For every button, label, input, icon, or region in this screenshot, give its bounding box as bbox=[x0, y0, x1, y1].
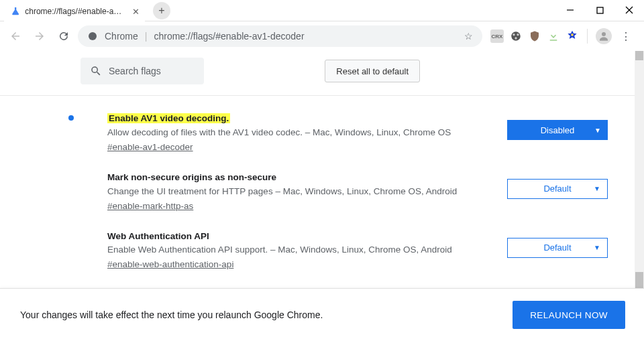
svg-point-8 bbox=[515, 37, 517, 39]
flag-description: Enable Web Authentication API support. –… bbox=[107, 245, 452, 255]
search-flags-input[interactable]: Search flags bbox=[80, 58, 204, 84]
close-window-button[interactable] bbox=[614, 0, 644, 20]
forward-button[interactable] bbox=[30, 26, 50, 46]
globe-icon bbox=[87, 31, 98, 42]
window-controls bbox=[555, 0, 644, 20]
badge-extension-icon[interactable] bbox=[566, 29, 579, 43]
chevron-down-icon: ▼ bbox=[594, 185, 600, 192]
new-tab-button[interactable]: + bbox=[153, 2, 170, 19]
profile-avatar[interactable] bbox=[596, 28, 612, 44]
bookmark-star-icon[interactable]: ☆ bbox=[464, 31, 473, 42]
flag-description: Change the UI treatment for HTTP pages –… bbox=[107, 186, 457, 196]
browser-toolbar: Chrome | chrome://flags/#enable-av1-deco… bbox=[0, 21, 644, 51]
modified-dot-icon bbox=[68, 115, 74, 121]
search-icon bbox=[90, 65, 102, 77]
flag-anchor-link[interactable]: #enable-web-authentication-api bbox=[107, 258, 233, 272]
window-titlebar: chrome://flags/#enable-av1-dec ✕ + bbox=[0, 0, 644, 21]
flask-icon bbox=[11, 6, 20, 17]
flag-title: Web Authentication API bbox=[107, 231, 209, 241]
video-extension-icon[interactable] bbox=[509, 29, 523, 43]
footer-message: Your changes will take effect the next t… bbox=[20, 310, 323, 320]
svg-rect-1 bbox=[597, 7, 603, 13]
shield-extension-icon[interactable] bbox=[528, 29, 541, 43]
chrome-menu-button[interactable]: ⋮ bbox=[617, 30, 635, 43]
flag-state-select[interactable]: Disabled▼ bbox=[507, 120, 608, 140]
reset-all-button[interactable]: Reset all to default bbox=[325, 60, 420, 82]
search-placeholder: Search flags bbox=[109, 66, 161, 76]
flag-anchor-link[interactable]: #enable-av1-decoder bbox=[107, 141, 193, 155]
extensions-area: CRX ⋮ bbox=[486, 28, 639, 44]
download-arrow-icon[interactable] bbox=[547, 29, 560, 43]
back-button[interactable] bbox=[5, 26, 25, 46]
flag-anchor-link[interactable]: #enable-mark-http-as bbox=[107, 200, 193, 214]
svg-point-10 bbox=[602, 32, 606, 36]
reload-button[interactable] bbox=[54, 26, 74, 46]
flag-row: Enable AV1 video decoding.Allow decoding… bbox=[80, 96, 608, 155]
flag-title: Enable AV1 video decoding. bbox=[107, 113, 230, 123]
url-scheme-label: Chrome bbox=[105, 31, 138, 42]
page-content: Search flags Reset all to default Enable… bbox=[0, 51, 635, 288]
svg-point-6 bbox=[513, 33, 515, 36]
address-bar[interactable]: Chrome | chrome://flags/#enable-av1-deco… bbox=[78, 25, 482, 47]
browser-tab[interactable]: chrome://flags/#enable-av1-dec ✕ bbox=[4, 1, 145, 21]
flag-row: Mark non-secure origins as non-secureCha… bbox=[80, 155, 608, 214]
flag-row: Web Authentication APIEnable Web Authent… bbox=[80, 214, 608, 273]
url-text: chrome://flags/#enable-av1-decoder bbox=[154, 31, 304, 42]
crx-extension-icon[interactable]: CRX bbox=[490, 29, 504, 43]
flag-state-select[interactable]: Default▼ bbox=[507, 238, 608, 258]
scroll-thumb[interactable] bbox=[635, 51, 643, 60]
svg-point-5 bbox=[511, 31, 521, 41]
chevron-down-icon: ▼ bbox=[594, 127, 601, 134]
flag-state-select[interactable]: Default▼ bbox=[507, 179, 608, 199]
maximize-button[interactable] bbox=[585, 0, 614, 20]
tab-title: chrome://flags/#enable-av1-dec bbox=[25, 7, 125, 16]
svg-point-7 bbox=[517, 33, 519, 36]
chevron-down-icon: ▼ bbox=[594, 244, 600, 251]
svg-point-4 bbox=[89, 32, 97, 40]
relaunch-footer: Your changes will take effect the next t… bbox=[0, 288, 644, 341]
flag-title: Mark non-secure origins as non-secure bbox=[107, 172, 276, 182]
flag-description: Allow decoding of files with the AV1 vid… bbox=[107, 127, 451, 137]
close-tab-icon[interactable]: ✕ bbox=[132, 7, 140, 17]
relaunch-now-button[interactable]: RELAUNCH NOW bbox=[513, 301, 625, 329]
minimize-button[interactable] bbox=[555, 0, 585, 20]
svg-point-9 bbox=[571, 33, 574, 36]
